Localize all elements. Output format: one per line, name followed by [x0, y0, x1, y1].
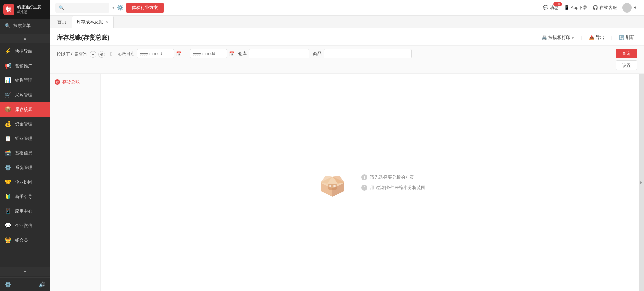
topbar-search-area[interactable]: 🔍	[55, 3, 109, 13]
topbar-nav: 🔍 ▾ ⚙️ 体验行业方案	[55, 3, 540, 13]
sidebar-search[interactable]: 🔍 搜索菜单	[0, 19, 50, 32]
app-download-icon: 📱	[564, 5, 569, 10]
guide-icon: 🔰	[5, 193, 11, 200]
page-header: 库存总账(存货总账) 🖨️ 按模板打印 ▾ | 📤 导出 | 🔄 刷新	[50, 28, 644, 46]
page-content: 库存总账(存货总账) 🖨️ 按模板打印 ▾ | 📤 导出 | 🔄 刷新	[50, 28, 644, 291]
goods-filter-group: 商品 ···	[313, 49, 412, 58]
operation-icon: 📋	[5, 135, 11, 142]
industry-solution-button[interactable]: 体验行业方案	[126, 3, 164, 13]
user-avatar	[622, 3, 632, 13]
printer-icon: 🖨️	[542, 35, 547, 40]
warehouse-select[interactable]: ···	[249, 49, 309, 58]
filter-collapse-icon[interactable]: 《	[107, 51, 112, 57]
filter-label: 按以下方案查询 + ⊕ 《	[57, 49, 112, 58]
svg-point-8	[333, 185, 336, 187]
sidebar-item-system[interactable]: ⚙️ 系统管理	[0, 160, 50, 175]
sidebar-item-member[interactable]: 👑 畅会员	[0, 233, 50, 247]
topbar-search-icon: 🔍	[59, 5, 64, 10]
empty-tips: 1 请先选择要分析的方案 2 用[过滤]条件来缩小分析范围	[361, 174, 425, 191]
online-support-item[interactable]: 🎧 在线客服	[593, 5, 617, 11]
warehouse-more-icon: ···	[302, 51, 306, 56]
sidebar-item-guide[interactable]: 🔰 新手引导	[0, 189, 50, 204]
settings-button[interactable]: 设置	[616, 60, 637, 70]
message-badge: 99+	[553, 2, 562, 6]
empty-state-inner: 1 请先选择要分析的方案 2 用[过滤]条件来缩小分析范围	[314, 164, 425, 201]
sidebar-scroll-up[interactable]: ▲	[0, 34, 50, 43]
sidebar-logo: 畅 畅捷通好生意 标准版	[0, 0, 50, 19]
message-item[interactable]: 💬 消息 99+	[543, 5, 559, 11]
sidebar-items: ⚡ 快捷导航 📢 营销推广 📊 销售管理 🛒 采购管理 📦 库存核算 💰 资金管…	[0, 44, 50, 266]
calendar-start-icon[interactable]: 📅	[176, 51, 181, 56]
empty-tip-2: 2 用[过滤]条件来缩小分析范围	[361, 185, 425, 191]
warehouse-filter-group: 仓库 ···	[238, 49, 309, 58]
filter-funnel-icon[interactable]: ⊕	[98, 51, 105, 58]
member-icon: 👑	[5, 237, 11, 243]
page-title: 库存总账(存货总账)	[57, 33, 109, 42]
sidebar-item-wechat[interactable]: 💬 企业微信	[0, 218, 50, 233]
filter-actions: 查询 设置	[616, 49, 637, 70]
speaker-icon[interactable]: 🔊	[39, 281, 45, 288]
scheme-panel: 存 存货总账	[50, 74, 101, 291]
cooperation-icon: 🤝	[5, 179, 11, 185]
sidebar-scroll-down[interactable]: ▼	[0, 267, 50, 276]
tab-close-icon[interactable]: ✕	[105, 20, 108, 24]
scheme-item-inventory-ledger[interactable]: 存 存货总账	[50, 76, 100, 88]
system-icon: ⚙️	[5, 164, 11, 171]
sidebar-item-inventory[interactable]: 📦 库存核算	[0, 102, 50, 117]
sidebar-item-finance[interactable]: 💰 资金管理	[0, 117, 50, 131]
search-icon: 🔍	[5, 23, 10, 28]
settings-footer-icon[interactable]: ⚙️	[5, 281, 11, 288]
sidebar: 畅 畅捷通好生意 标准版 🔍 搜索菜单 ▲ ⚡ 快捷导航 📢 营销推广 📊 销售…	[0, 0, 50, 291]
print-dropdown-icon: ▾	[572, 35, 574, 40]
export-icon: 📤	[589, 35, 594, 40]
sidebar-item-shortcut[interactable]: ⚡ 快捷导航	[0, 44, 50, 58]
topbar-chevron-icon[interactable]: ▾	[112, 5, 114, 10]
shortcut-icon: ⚡	[5, 48, 11, 54]
goods-label: 商品	[313, 51, 322, 57]
user-profile-item[interactable]: Rit	[622, 3, 639, 13]
goods-select[interactable]: ···	[324, 49, 412, 58]
export-button[interactable]: 📤 导出	[586, 33, 607, 42]
print-template-button[interactable]: 🖨️ 按模板打印 ▾	[539, 33, 577, 42]
goods-more-icon: ···	[404, 51, 408, 56]
empty-tip-1: 1 请先选择要分析的方案	[361, 174, 425, 180]
main-area: 🔍 ▾ ⚙️ 体验行业方案 💬 消息 99+ 📱 App下载 🎧 在线客服	[50, 0, 644, 291]
purchase-icon: 🛒	[5, 92, 11, 98]
calendar-end-icon[interactable]: 📅	[229, 51, 234, 56]
tab-home[interactable]: 首页	[53, 16, 71, 28]
svg-point-7	[329, 185, 331, 187]
wechat-icon: 💬	[5, 222, 11, 229]
filter-add-icon[interactable]: +	[90, 51, 96, 58]
sidebar-item-basic[interactable]: 🗃️ 基础信息	[0, 146, 50, 160]
message-icon: 💬	[543, 5, 548, 10]
right-panel-tab[interactable]: ▶	[639, 74, 644, 291]
app-name-text: 畅捷通好生意 标准版	[17, 5, 41, 15]
sidebar-item-appstore[interactable]: 📱 应用中心	[0, 204, 50, 218]
date-label: 记账日期	[117, 51, 135, 57]
sidebar-footer: ⚙️ 🔊	[0, 277, 50, 291]
sidebar-item-sales[interactable]: 📊 销售管理	[0, 73, 50, 88]
date-start-input[interactable]	[137, 49, 174, 58]
app-logo-icon: 畅	[3, 4, 14, 15]
refresh-button[interactable]: 🔄 刷新	[616, 33, 637, 42]
topbar-settings-icon[interactable]: ⚙️	[117, 4, 124, 11]
inventory-icon: 📦	[5, 106, 11, 113]
date-end-input[interactable]	[190, 49, 227, 58]
date-filter-group: 记账日期 📅 — 📅	[117, 49, 234, 58]
sidebar-item-marketing[interactable]: 📢 营销推广	[0, 58, 50, 73]
finance-icon: 💰	[5, 121, 11, 127]
headphone-icon: 🎧	[593, 5, 598, 10]
topbar: 🔍 ▾ ⚙️ 体验行业方案 💬 消息 99+ 📱 App下载 🎧 在线客服	[50, 0, 644, 16]
marketing-icon: 📢	[5, 63, 11, 69]
basic-icon: 🗃️	[5, 150, 11, 156]
sidebar-item-cooperation[interactable]: 🤝 企业协同	[0, 175, 50, 189]
sidebar-item-purchase[interactable]: 🛒 采购管理	[0, 88, 50, 102]
tabs-bar: 首页 库存成本总账 ✕	[50, 16, 644, 28]
query-button[interactable]: 查询	[616, 49, 637, 58]
empty-state: 1 请先选择要分析的方案 2 用[过滤]条件来缩小分析范围	[101, 74, 639, 291]
refresh-icon: 🔄	[619, 35, 624, 40]
sidebar-item-operation[interactable]: 📋 经营管理	[0, 131, 50, 146]
empty-state-illustration	[314, 164, 351, 201]
app-download-item[interactable]: 📱 App下载	[564, 5, 587, 11]
tab-inventory-ledger[interactable]: 库存成本总账 ✕	[72, 16, 114, 28]
